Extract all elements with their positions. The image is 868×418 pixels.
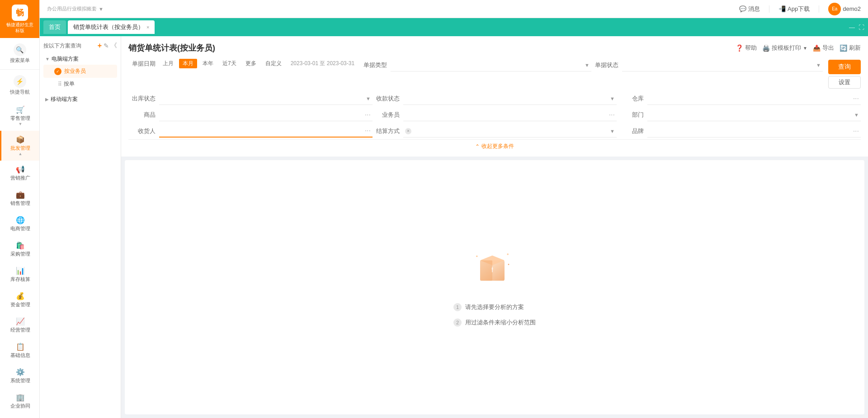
scheme-group-mobile: ▶ 移动端方案 bbox=[43, 94, 117, 105]
date-btn-last-month[interactable]: 上月 bbox=[159, 59, 177, 68]
shortcut-nav-button[interactable]: ⚡ 快捷导航 bbox=[2, 73, 38, 97]
export-icon: 📤 bbox=[813, 44, 821, 52]
left-panel-title: 按以下方案查询 + ✎ 《 bbox=[43, 42, 117, 50]
inventory-icon: 📊 bbox=[16, 266, 25, 275]
retail-icon: 🛒 bbox=[16, 105, 25, 114]
salesperson-input[interactable]: ··· bbox=[403, 109, 617, 121]
sidebar-item-enterprise[interactable]: 🏢 企业协同 bbox=[0, 389, 39, 414]
company-selector[interactable]: 办公用品行业模拟账套 ▼ bbox=[47, 5, 104, 12]
logo-icon: 畅 bbox=[12, 5, 28, 21]
help-button[interactable]: ❓ 帮助 bbox=[736, 44, 757, 52]
salesperson-dots-icon: ··· bbox=[609, 111, 615, 119]
payment-status-select[interactable]: ▼ bbox=[403, 92, 617, 105]
date-shortcuts: 上月 本月 本年 近7天 更多 自定义 2023-03-01 至 2023-03… bbox=[159, 59, 354, 68]
recipient-dots-icon: ··· bbox=[365, 127, 371, 135]
enterprise-icon: 🏢 bbox=[16, 393, 25, 402]
brand-input[interactable]: ··· bbox=[647, 125, 861, 138]
collapse-more-button[interactable]: ⌃ 收起更多条件 bbox=[128, 139, 861, 153]
empty-step-2: 2 用过滤条件来缩小分析范围 bbox=[453, 317, 536, 328]
step2-num: 2 bbox=[453, 318, 462, 327]
search-menu-button[interactable]: 🔍 搜索菜单 bbox=[2, 42, 38, 66]
basic-icon: 📋 bbox=[16, 342, 25, 351]
doc-type-select[interactable]: ▼ bbox=[391, 59, 591, 71]
doc-status-select[interactable]: ▼ bbox=[622, 59, 823, 71]
main-nav: 🛒 零售管理 ▼ 📦 批发管理 ▲ 📢 营销推广 💼 销售管理 🌐 电商管理 🛍… bbox=[0, 101, 39, 418]
collapse-arrow-icon: ⌃ bbox=[475, 143, 480, 150]
sidebar-search-area: 🔍 搜索菜单 bbox=[0, 38, 39, 70]
brand-dots-icon: ··· bbox=[853, 127, 859, 135]
refresh-button[interactable]: 🔄 刷新 bbox=[840, 44, 861, 52]
sidebar-shortcut-area: ⚡ 快捷导航 bbox=[0, 70, 39, 101]
user-menu-button[interactable]: Ea demo2 bbox=[828, 3, 861, 15]
svg-rect-7 bbox=[492, 269, 493, 272]
settings-button[interactable]: 设置 bbox=[828, 76, 861, 89]
tab-maximize-icon[interactable]: ⛶ bbox=[859, 24, 864, 31]
date-btn-this-month[interactable]: 本月 bbox=[179, 59, 197, 68]
export-button[interactable]: 📤 导出 bbox=[813, 44, 834, 52]
doc-status-arrow-icon: ▼ bbox=[816, 62, 821, 68]
tab-close-icon[interactable]: × bbox=[146, 24, 149, 30]
query-button[interactable]: 查询 bbox=[828, 60, 861, 74]
department-select[interactable]: ▼ bbox=[647, 109, 861, 121]
sidebar-item-system[interactable]: ⚙️ 系统管理 bbox=[0, 363, 39, 389]
settlement-filter-group: 结算方式 × ▼ bbox=[373, 125, 617, 138]
department-label: 部门 bbox=[617, 111, 647, 119]
edit-scheme-button[interactable]: ✎ bbox=[104, 42, 109, 49]
collapse-panel-button[interactable]: 《 bbox=[111, 42, 117, 50]
settlement-clear-icon[interactable]: × bbox=[405, 128, 411, 134]
action-buttons: 查询 设置 bbox=[828, 59, 861, 89]
recipient-filter-group: 收货人 ··· bbox=[128, 125, 373, 138]
sidebar-item-finance[interactable]: 💰 资金管理 bbox=[0, 287, 39, 313]
mobile-scheme-toggle[interactable]: ▶ 移动端方案 bbox=[43, 94, 117, 105]
messages-button[interactable]: 💬 消息 bbox=[739, 5, 760, 13]
goods-input[interactable]: ··· bbox=[159, 109, 373, 121]
out-status-select[interactable]: ▼ bbox=[159, 92, 373, 105]
date-btn-this-year[interactable]: 本年 bbox=[199, 59, 217, 68]
date-btn-7days[interactable]: 近7天 bbox=[219, 59, 240, 68]
date-btn-custom[interactable]: 自定义 bbox=[262, 59, 285, 68]
settlement-select[interactable]: × ▼ bbox=[403, 125, 617, 138]
sub-scheme-icon: ⠿ bbox=[58, 81, 62, 87]
print-button[interactable]: 🖨️ 按模板打印 ▼ bbox=[762, 44, 807, 52]
group-expand-icon: ▼ bbox=[45, 57, 50, 62]
goods-label: 商品 bbox=[128, 111, 159, 119]
tab-expand-area: — ⛶ bbox=[849, 24, 864, 31]
svg-point-4 bbox=[507, 253, 509, 255]
recipient-label: 收货人 bbox=[128, 127, 159, 135]
tab-home[interactable]: 首页 bbox=[43, 20, 66, 34]
avatar-text: Ea bbox=[832, 6, 837, 11]
sidebar-item-newbie[interactable]: 🌟 新手引导 bbox=[0, 414, 39, 418]
desktop-scheme-toggle[interactable]: ▼ 电脑端方案 bbox=[43, 53, 117, 65]
page-title: 销货单统计表(按业务员) bbox=[128, 43, 215, 53]
sidebar-item-marketing[interactable]: 📢 营销推广 bbox=[0, 161, 39, 186]
sidebar-item-basic[interactable]: 📋 基础信息 bbox=[0, 338, 39, 363]
refresh-icon: 🔄 bbox=[840, 44, 847, 52]
shortcut-icon: ⚡ bbox=[14, 75, 26, 88]
sidebar-item-inventory[interactable]: 📊 库存核算 bbox=[0, 262, 39, 287]
content-header-area: 销货单统计表(按业务员) ❓ 帮助 🖨️ 按模板打印 ▼ 📤 bbox=[121, 36, 868, 59]
sidebar-item-operation[interactable]: 📈 经营管理 bbox=[0, 313, 39, 338]
date-btn-more[interactable]: 更多 bbox=[242, 59, 260, 68]
sidebar-item-ecommerce[interactable]: 🌐 电商管理 bbox=[0, 211, 39, 237]
add-scheme-button[interactable]: + bbox=[98, 42, 102, 50]
scheme-item-by-salesperson[interactable]: ✓ 按业务员 bbox=[43, 65, 117, 78]
tab-current[interactable]: 销货单统计表（按业务员） × bbox=[68, 20, 155, 34]
filter-section: 单据日期 上月 本月 本年 近7天 更多 自定义 2023-03-01 至 20… bbox=[121, 59, 868, 157]
company-name: 办公用品行业模拟账套 bbox=[47, 5, 97, 12]
sidebar-item-sales[interactable]: 💼 销售管理 bbox=[0, 186, 39, 211]
sidebar-item-wholesale[interactable]: 📦 批发管理 ▲ bbox=[0, 131, 39, 161]
sidebar-item-retail[interactable]: 🛒 零售管理 ▼ bbox=[0, 101, 39, 131]
sidebar-item-purchase[interactable]: 🛍️ 采购管理 bbox=[0, 237, 39, 262]
warehouse-input[interactable]: ··· bbox=[647, 92, 861, 105]
left-panel: 按以下方案查询 + ✎ 《 ▼ 电脑端方案 ✓ 按业务员 ⠿ 按 bbox=[40, 36, 121, 418]
recipient-input[interactable]: ··· bbox=[159, 125, 373, 138]
by-salesperson-label: 按业务员 bbox=[64, 67, 86, 75]
filter-row-3: 商品 ··· 业务员 ··· 部门 ▼ bbox=[128, 109, 861, 121]
empty-state-content: 1 请先选择要分析的方案 2 用过滤条件来缩小分析范围 bbox=[453, 246, 536, 328]
empty-step-1: 1 请先选择要分析的方案 bbox=[453, 301, 536, 313]
tab-minimize-icon[interactable]: — bbox=[849, 24, 855, 31]
app-download-button[interactable]: 📲 App下载 bbox=[778, 5, 810, 13]
scheme-item-by-order[interactable]: ⠿ 按单 bbox=[43, 78, 117, 90]
doc-status-label: 单据状态 bbox=[591, 61, 622, 69]
group-expand-icon-2: ▶ bbox=[45, 97, 49, 102]
